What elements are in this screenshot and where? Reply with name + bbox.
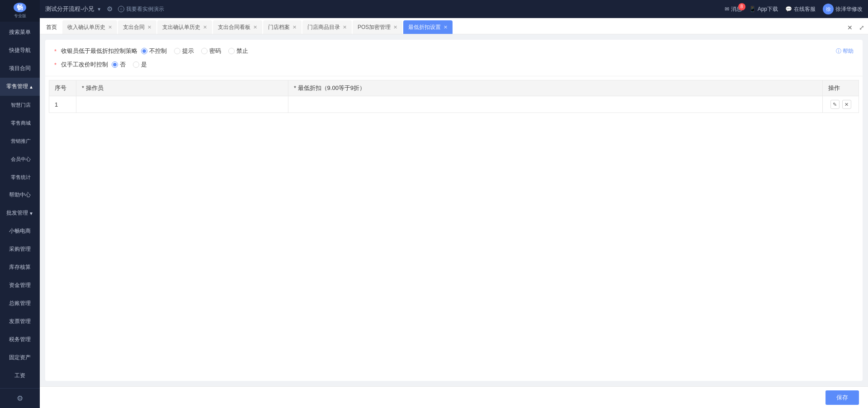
cell-operator[interactable] <box>76 96 288 113</box>
sidebar-item-marketing[interactable]: 营销推广 <box>0 132 40 150</box>
radio-label: 否 <box>120 61 126 69</box>
action-icons: ✎ ✕ <box>828 100 853 109</box>
sidebar-item-label: 搜索菜单 <box>9 29 31 36</box>
col-header-seq: 序号 <box>49 80 76 96</box>
sidebar-item-salary[interactable]: 工资 <box>0 367 40 385</box>
close-icon[interactable]: ✕ <box>343 24 347 30</box>
demo-link[interactable]: ○ 我要看实例演示 <box>118 5 164 13</box>
close-icon[interactable]: ✕ <box>393 24 397 30</box>
help-link[interactable]: ⓘ 帮助 <box>836 47 854 55</box>
table-section: 序号 * 操作员 * 最低折扣（9.00等于9折） 操作 1 <box>45 76 863 117</box>
sidebar-item-quick-nav[interactable]: 快捷导航 <box>0 42 40 60</box>
sidebar-item-label: 帮助中心 <box>9 192 31 199</box>
sidebar-item-ecommerce[interactable]: 小畅电商 <box>0 222 40 240</box>
tab-min-discount[interactable]: 最低折扣设置 ✕ <box>403 20 453 34</box>
online-support-button[interactable]: 💬 在线客服 <box>785 5 816 13</box>
avatar: 徐 <box>823 4 834 14</box>
tab-income[interactable]: 收入确认单历史 ✕ <box>62 20 117 34</box>
col-header-action: 操作 <box>823 80 859 96</box>
tab-label: 支出确认单历史 <box>162 23 200 31</box>
sidebar-item-retail-mall[interactable]: 零售商城 <box>0 114 40 132</box>
sidebar-item-label: 项目合同 <box>9 65 31 72</box>
radio-no[interactable]: 否 <box>112 61 126 69</box>
sidebar-item-retail-mgmt[interactable]: 零售管理 ▲ <box>0 78 40 96</box>
close-icon[interactable]: ✕ <box>147 24 151 30</box>
tab-label: 门店商品目录 <box>307 23 340 31</box>
sidebar-item-label: 库存核算 <box>9 264 31 271</box>
help-circle-icon: ⓘ <box>836 47 841 55</box>
app-download-button[interactable]: 📱 App下载 <box>749 5 778 13</box>
settings-icon[interactable]: ⚙ <box>107 5 113 13</box>
sidebar-item-invoice[interactable]: 发票管理 <box>0 313 40 331</box>
tab-payment-board[interactable]: 支出合同看板 ✕ <box>213 20 262 34</box>
tab-store-goods[interactable]: 门店商品目录 ✕ <box>302 20 352 34</box>
tab-payment-history[interactable]: 支出确认单历史 ✕ <box>157 20 212 34</box>
sidebar-item-label: 总账管理 <box>9 300 31 307</box>
radio-label: 不控制 <box>149 47 167 55</box>
sidebar-item-label: 工资 <box>14 372 25 380</box>
sidebar-item-label: 固定资产 <box>9 354 31 361</box>
app-logo: 畅 专业版 <box>0 0 40 22</box>
expand-icon[interactable]: ⤢ <box>857 23 866 32</box>
radio-circle-prompt <box>174 48 180 54</box>
sidebar-item-inventory[interactable]: 库存核算 <box>0 258 40 277</box>
sidebar-item-label: 营销推广 <box>11 138 31 144</box>
messages-badge: 8 <box>738 3 745 10</box>
cell-min-discount[interactable] <box>288 96 822 113</box>
user-info[interactable]: 徐 徐泽华修改 <box>823 4 863 14</box>
support-icon: 💬 <box>785 6 792 12</box>
sidebar-nav: 搜索菜单 快捷导航 项目合同 零售管理 ▲ 智慧门店 零售商城 营销推广 会员中… <box>0 22 40 388</box>
radio-yes[interactable]: 是 <box>133 61 147 69</box>
manual-control-row: * 仅手工改价时控制 否 是 <box>54 61 854 69</box>
chevron-down-icon: ▲ <box>29 84 33 90</box>
project-selector[interactable]: 测试分开流程-小兄 ▼ <box>45 5 101 13</box>
page-footer: 保存 <box>40 386 868 408</box>
sidebar-item-smart-store[interactable]: 智慧门店 <box>0 96 40 114</box>
page-content: * 收银员低于最低折扣控制策略 不控制 提示 密码 <box>40 34 868 408</box>
app-download-label: App下载 <box>758 5 778 13</box>
radio-circle-no-control <box>141 48 147 54</box>
data-table: 序号 * 操作员 * 最低折扣（9.00等于9折） 操作 1 <box>49 80 859 113</box>
delete-icon[interactable]: ✕ <box>842 100 851 109</box>
sidebar-item-finance[interactable]: 资金管理 <box>0 277 40 295</box>
radio-prohibit[interactable]: 禁止 <box>228 47 248 55</box>
radio-circle-prohibit <box>228 48 235 54</box>
close-icon[interactable]: ✕ <box>253 24 257 30</box>
sidebar-item-ledger[interactable]: 总账管理 <box>0 295 40 313</box>
sidebar-item-label: 零售统计 <box>11 174 31 180</box>
sidebar-item-project-contract[interactable]: 项目合同 <box>0 60 40 78</box>
radio-password[interactable]: 密码 <box>201 47 221 55</box>
tab-payment[interactable]: 支出合同 ✕ <box>118 20 156 34</box>
sidebar-item-retail-stats[interactable]: 零售统计 <box>0 168 40 186</box>
close-icon[interactable]: ✕ <box>203 24 207 30</box>
close-icon[interactable]: ✕ <box>443 24 448 30</box>
required-indicator: * <box>54 48 57 55</box>
edit-icon[interactable]: ✎ <box>830 100 840 109</box>
sidebar-item-search[interactable]: 搜索菜单 <box>0 23 40 42</box>
messages-button[interactable]: ✉ 消息 8 <box>725 5 742 13</box>
control-strategy-label: 收银员低于最低折扣控制策略 <box>61 47 137 55</box>
sidebar-item-wholesale[interactable]: 批发管理 ▼ <box>0 204 40 222</box>
demo-link-text: 我要看实例演示 <box>126 5 164 13</box>
sidebar-item-help-center[interactable]: 帮助中心 <box>0 186 40 204</box>
close-icon[interactable]: ✕ <box>108 24 112 30</box>
tab-store-archive[interactable]: 门店档案 ✕ <box>263 20 302 34</box>
radio-prompt[interactable]: 提示 <box>174 47 194 55</box>
radio-no-control[interactable]: 不控制 <box>141 47 167 55</box>
sidebar-item-fixed-assets[interactable]: 固定资产 <box>0 349 40 367</box>
close-icon[interactable]: ✕ <box>292 24 297 30</box>
tab-label: 收入确认单历史 <box>67 23 105 31</box>
radio-label: 禁止 <box>236 47 248 55</box>
tab-home[interactable]: 首页 <box>42 20 61 34</box>
gear-icon[interactable]: ⚙ <box>17 394 23 403</box>
sidebar-item-purchase[interactable]: 采购管理 <box>0 240 40 258</box>
manual-control-label: 仅手工改价时控制 <box>61 61 108 69</box>
logo-icon: 畅 <box>14 3 26 12</box>
tab-label: 首页 <box>46 23 57 31</box>
close-tab-icon[interactable]: ✕ <box>845 23 854 32</box>
sidebar-item-tax[interactable]: 税务管理 <box>0 331 40 349</box>
save-button[interactable]: 保存 <box>826 390 859 405</box>
tab-pos-pwd[interactable]: POS加密管理 ✕ <box>353 20 402 34</box>
main-area: 测试分开流程-小兄 ▼ ⚙ ○ 我要看实例演示 ✉ 消息 8 📱 App下载 💬… <box>40 0 868 408</box>
sidebar-item-member[interactable]: 会员中心 <box>0 150 40 168</box>
